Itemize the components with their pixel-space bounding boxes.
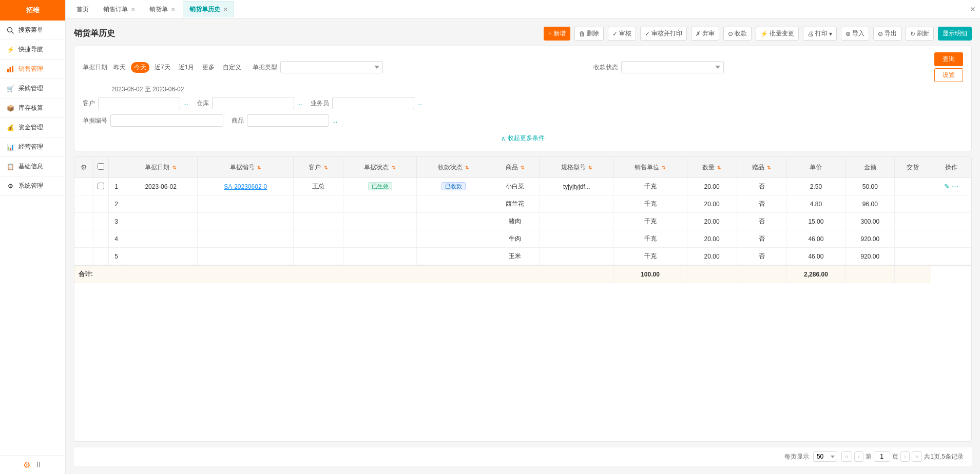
sidebar-item-inventory[interactable]: 📦 库存核算	[0, 98, 65, 118]
tab-sales-history-close[interactable]: ✕	[223, 7, 227, 12]
salesperson-ellipsis[interactable]: ...	[417, 100, 422, 107]
filter-row-1: 单据日期 昨天 今天 近7天 近1月 更多 自定义 单据类型	[83, 52, 963, 82]
row-unit-price: 15.00	[786, 213, 846, 230]
tab-sales-goods-close[interactable]: ✕	[171, 7, 175, 12]
salesperson-input[interactable]	[332, 97, 414, 109]
warehouse-input[interactable]	[212, 97, 294, 109]
row-unit-price: 4.80	[786, 195, 846, 213]
review-print-button[interactable]: ✓ 审核并打印	[640, 27, 687, 41]
doc-type-select[interactable]	[280, 61, 383, 73]
row-spec	[540, 248, 613, 266]
col-spec[interactable]: 规格型号 ⇅	[540, 157, 613, 178]
collapse-btn[interactable]: ∧ 收起更多条件	[83, 132, 963, 145]
date-yesterday[interactable]: 昨天	[110, 62, 129, 73]
row-unit: 千克	[613, 248, 687, 266]
page-size-select[interactable]: 20 50 100	[813, 451, 837, 462]
row-doc-date	[124, 230, 198, 248]
tab-sales-order[interactable]: 销售订单 ✕	[97, 1, 142, 17]
col-spec-label: 规格型号	[561, 164, 586, 171]
doc-no-link[interactable]: SA-20230602-0	[224, 183, 267, 190]
row-select-checkbox[interactable]	[98, 183, 104, 189]
select-all-checkbox[interactable]	[98, 163, 104, 170]
date-custom[interactable]: 自定义	[220, 62, 244, 73]
page-input[interactable]	[874, 451, 890, 462]
row-action	[931, 230, 971, 248]
col-unit[interactable]: 销售单位 ⇅	[613, 157, 687, 178]
col-doc-date[interactable]: 单据日期 ⇅	[124, 157, 198, 178]
warehouse-ellipsis[interactable]: ...	[297, 100, 302, 107]
tab-sales-history[interactable]: 销货单历史 ✕	[183, 1, 234, 17]
page-first-button[interactable]: «	[841, 451, 852, 462]
customer-ellipsis[interactable]: ...	[183, 100, 188, 107]
tab-sales-order-close[interactable]: ✕	[131, 7, 135, 12]
sidebar-item-finance-mgmt[interactable]: 💰 资金管理	[0, 118, 65, 137]
sidebar-item-sales-mgmt[interactable]: 销售管理	[0, 60, 65, 79]
delete-icon: 🗑	[579, 30, 585, 37]
col-customer-label: 客户	[309, 164, 321, 171]
goods-ellipsis[interactable]: ...	[332, 117, 337, 124]
table-row: 3猪肉千克20.00否15.00300.00	[74, 213, 971, 230]
export-button[interactable]: ⊖ 导出	[873, 27, 901, 41]
page-next-button[interactable]: ›	[900, 451, 910, 462]
page-prev-button[interactable]: ‹	[854, 451, 863, 462]
show-detail-button[interactable]: 显示明细	[938, 27, 972, 41]
setting-button[interactable]: 设置	[934, 68, 963, 82]
tab-home[interactable]: 首页	[70, 1, 95, 17]
collect-button[interactable]: ⊙ 收款	[723, 27, 752, 41]
settings-bottom-icon[interactable]: ⚙	[23, 460, 30, 470]
collect-status-select[interactable]	[621, 61, 724, 73]
tab-sales-goods[interactable]: 销货单 ✕	[143, 1, 182, 17]
sidebar-logo: 拓维	[0, 0, 65, 21]
col-gift[interactable]: 赠品 ⇅	[737, 157, 786, 178]
col-doc-status[interactable]: 单据状态 ⇅	[343, 157, 417, 178]
sidebar-item-quick-nav[interactable]: ⚡ 快捷导航	[0, 40, 65, 60]
abandon-button[interactable]: ✗ 弃审	[691, 27, 719, 41]
sidebar-item-purchase-mgmt[interactable]: 🛒 采购管理	[0, 79, 65, 98]
row-collect-status	[417, 213, 490, 230]
docno-input[interactable]	[110, 114, 223, 127]
summary-label: 合计:	[74, 265, 124, 283]
col-collect-status[interactable]: 收款状态 ⇅	[417, 157, 490, 178]
sidebar-item-base-info[interactable]: 📋 基础信息	[0, 157, 65, 176]
import-button[interactable]: ⊕ 导入	[841, 27, 869, 41]
summary-gift-spacer	[687, 265, 737, 283]
tab-bar-close-all[interactable]: ✕	[970, 5, 976, 13]
sidebar-item-ops-mgmt[interactable]: 📊 经营管理	[0, 137, 65, 157]
sidebar-item-search-menu[interactable]: 搜索菜单	[0, 21, 65, 40]
col-doc-no[interactable]: 单据编号 ⇅	[198, 157, 294, 178]
batch-change-button[interactable]: ⚡ 批量变更	[756, 27, 799, 41]
sort-icon: ⇅	[324, 165, 328, 170]
row-gift: 否	[737, 195, 786, 213]
customer-input[interactable]	[98, 97, 180, 109]
col-qty[interactable]: 数量 ⇅	[687, 157, 737, 178]
table-settings-icon[interactable]: ⚙	[78, 161, 90, 173]
review-button[interactable]: ✓ 审核	[608, 27, 636, 41]
docno-label: 单据编号	[83, 116, 107, 125]
print-button[interactable]: 🖨 打印 ▾	[803, 27, 837, 41]
goods-input[interactable]	[247, 114, 329, 127]
filter-card: 单据日期 昨天 今天 近7天 近1月 更多 自定义 单据类型	[74, 46, 972, 151]
date-more[interactable]: 更多	[199, 62, 218, 73]
sort-icon: ⇅	[521, 165, 525, 170]
edit-action-icon[interactable]: ✎	[944, 183, 950, 190]
customer-label: 客户	[83, 99, 95, 108]
sidebar-item-sys-mgmt[interactable]: ⚙ 系统管理	[0, 176, 65, 196]
delete-button[interactable]: 🗑 删除	[574, 27, 604, 41]
date-last1month[interactable]: 近1月	[176, 62, 198, 73]
row-trade	[895, 230, 931, 248]
refresh-button[interactable]: ↻ 刷新	[906, 27, 934, 41]
col-customer[interactable]: 客户 ⇅	[294, 157, 343, 178]
date-last7[interactable]: 近7天	[151, 62, 174, 73]
more-action-icon[interactable]: ⋯	[952, 183, 958, 190]
sort-icon: ⇅	[588, 165, 592, 170]
add-button[interactable]: + 新增	[544, 27, 570, 41]
col-goods[interactable]: 商品 ⇅	[490, 157, 540, 178]
query-button[interactable]: 查询	[934, 52, 963, 66]
row-amount: 920.00	[846, 248, 895, 266]
row-action	[931, 248, 971, 266]
page-last-button[interactable]: »	[912, 451, 923, 462]
tab-sales-order-label: 销售订单	[103, 5, 128, 14]
sort-icon: ⇅	[465, 165, 469, 170]
date-today[interactable]: 今天	[131, 62, 149, 73]
pause-bottom-icon[interactable]: ⏸	[34, 460, 43, 470]
